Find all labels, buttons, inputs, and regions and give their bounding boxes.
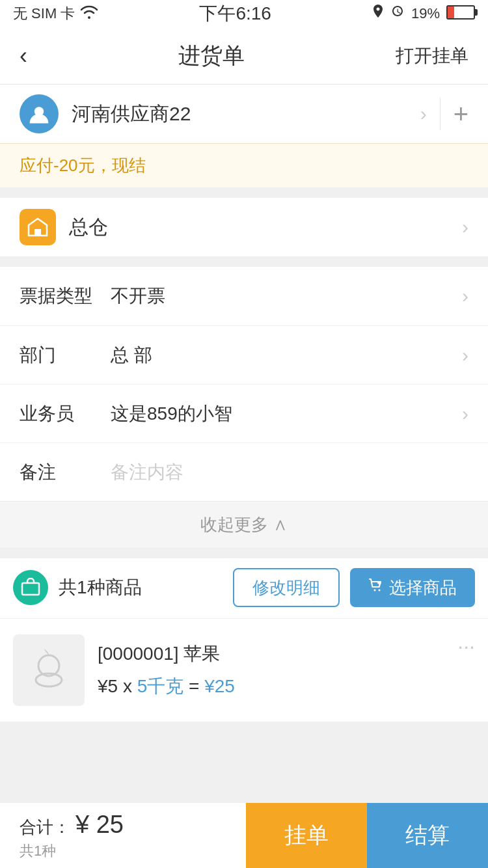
salesman-label: 业务员 <box>20 401 98 426</box>
status-left: 无 SIM 卡 <box>13 4 98 23</box>
total-text: ¥25 <box>204 676 235 696</box>
cart-icon <box>368 578 384 598</box>
form-card: 票据类型 不开票 › 部门 总 部 › 业务员 这是859的小智 › 备注 备注… <box>0 267 488 548</box>
price-text: ¥5 x <box>98 676 137 696</box>
supplier-avatar <box>20 94 59 133</box>
products-header: 共1种商品 修改明细 选择商品 <box>0 558 488 617</box>
invoice-value: 不开票 <box>111 284 462 308</box>
product-name: [0000001] 苹果 <box>98 642 444 666</box>
product-thumbnail <box>13 634 85 706</box>
status-time: 下午6:16 <box>199 1 271 26</box>
supplier-name: 河南供应商22 <box>72 101 420 128</box>
edit-detail-button[interactable]: 修改明细 <box>233 568 340 607</box>
warehouse-chevron-icon: › <box>462 216 468 238</box>
battery-percent: 19% <box>411 5 440 22</box>
supplier-chevron-icon: › <box>420 103 427 125</box>
location-icon <box>372 5 384 23</box>
svg-rect-2 <box>22 583 39 595</box>
footer-total-label: 合计： ¥ 25 <box>20 811 226 839</box>
footer-total: 合计： ¥ 25 共1种 <box>0 811 246 861</box>
nav-bar: ‹ 进货单 打开挂单 <box>0 27 488 85</box>
status-bar: 无 SIM 卡 下午6:16 19% <box>0 0 488 27</box>
products-icon <box>13 570 48 605</box>
battery-icon <box>446 5 475 22</box>
carrier-text: 无 SIM 卡 <box>13 4 75 23</box>
content: 河南供应商22 › + 应付-20元，现结 总仓 › 票据类型 不开票 › <box>0 85 488 797</box>
remark-label: 备注 <box>20 460 98 485</box>
invoice-chevron-icon: › <box>462 285 468 307</box>
notice-text: 应付-20元，现结 <box>20 156 146 175</box>
footer-total-count: 共1种 <box>20 841 226 861</box>
remark-row[interactable]: 备注 备注内容 <box>0 442 488 501</box>
divider <box>440 98 441 130</box>
select-product-button[interactable]: 选择商品 <box>350 568 475 607</box>
department-row[interactable]: 部门 总 部 › <box>0 325 488 384</box>
products-count: 共1种商品 <box>59 575 223 600</box>
department-chevron-icon: › <box>462 344 468 366</box>
products-card: 共1种商品 修改明细 选择商品 <box>0 558 488 722</box>
salesman-value: 这是859的小智 <box>111 401 462 426</box>
warehouse-row[interactable]: 总仓 › <box>0 198 488 256</box>
add-button[interactable]: + <box>454 100 468 129</box>
svg-point-4 <box>379 589 381 591</box>
alarm-icon <box>390 5 405 23</box>
warehouse-card: 总仓 › <box>0 198 488 256</box>
hold-button[interactable]: 挂单 <box>246 803 367 868</box>
supplier-row[interactable]: 河南供应商22 › + <box>0 85 488 143</box>
collapse-bar[interactable]: 收起更多 ∧ <box>0 501 488 548</box>
status-right: 19% <box>372 5 475 23</box>
more-button[interactable]: ··· <box>457 634 475 658</box>
warehouse-name: 总仓 <box>69 214 462 241</box>
department-label: 部门 <box>20 343 98 368</box>
footer: 合计： ¥ 25 共1种 挂单 结算 <box>0 803 488 868</box>
product-item: [0000001] 苹果 ¥5 x 5千克 = ¥25 ··· <box>0 618 488 722</box>
product-price: ¥5 x 5千克 = ¥25 <box>98 674 444 699</box>
equals-text: = <box>183 676 204 696</box>
product-info: [0000001] 苹果 ¥5 x 5千克 = ¥25 <box>98 642 444 699</box>
page-title: 进货单 <box>178 41 245 71</box>
invoice-row[interactable]: 票据类型 不开票 › <box>0 267 488 325</box>
department-value: 总 部 <box>111 343 462 368</box>
collapse-label: 收起更多 ∧ <box>200 513 287 536</box>
open-pending-button[interactable]: 打开挂单 <box>396 44 468 68</box>
invoice-label: 票据类型 <box>20 284 98 308</box>
footer-spacer <box>0 732 488 797</box>
checkout-button[interactable]: 结算 <box>367 803 488 868</box>
warehouse-icon <box>20 209 56 245</box>
salesman-row[interactable]: 业务员 这是859的小智 › <box>0 384 488 442</box>
salesman-chevron-icon: › <box>462 403 468 425</box>
svg-point-3 <box>374 589 376 591</box>
footer-total-amount: ¥ 25 <box>75 811 124 839</box>
supplier-card: 河南供应商22 › + 应付-20元，现结 <box>0 85 488 187</box>
quantity-text: 5千克 <box>137 676 184 696</box>
remark-input[interactable]: 备注内容 <box>111 460 468 485</box>
notice-bar: 应付-20元，现结 <box>0 143 488 187</box>
back-button[interactable]: ‹ <box>20 42 27 70</box>
wifi-icon <box>80 5 98 23</box>
svg-rect-1 <box>34 229 41 236</box>
